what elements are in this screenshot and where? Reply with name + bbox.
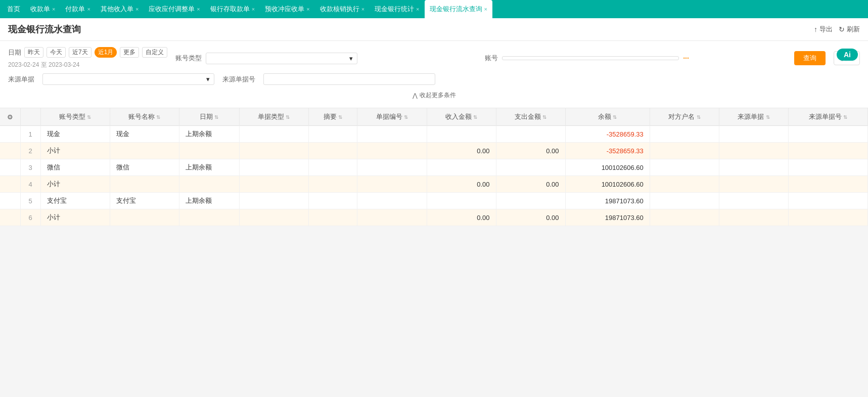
date-btn-more[interactable]: 更多 — [120, 47, 139, 58]
date-btn-custom[interactable]: 自定义 — [142, 47, 167, 58]
refresh-icon: ↻ — [839, 25, 845, 33]
account-more-button[interactable]: ··· — [683, 54, 689, 62]
date-btn-today[interactable]: 今天 — [47, 47, 66, 58]
row-gear[interactable] — [0, 126, 20, 143]
col-expense[interactable]: 支出金额 ⇅ — [496, 108, 565, 126]
nav-tab-ar-ap-adjust[interactable]: 应收应付调整单 × — [144, 0, 205, 18]
top-navigation: 首页 收款单 × 付款单 × 其他收入单 × 应收应付调整单 × 银行存取款单 … — [0, 0, 868, 18]
col-summary[interactable]: 摘要 ⇅ — [308, 108, 357, 126]
row-balance: 19871073.60 — [565, 193, 650, 209]
page-header: 现金银行流水查询 ↑ 导出 ↻ 刷新 — [0, 18, 868, 41]
row-source-doc — [719, 126, 788, 143]
nav-tab-bank-deposit-close[interactable]: × — [252, 6, 255, 12]
row-number: 6 — [20, 209, 40, 226]
col-gear[interactable]: ⚙ — [0, 108, 20, 126]
nav-tab-cash-bank-stats-label: 现金银行统计 — [375, 5, 414, 14]
export-icon: ↑ — [814, 25, 817, 33]
nav-tab-collection-verify-label: 收款核销执行 — [320, 5, 359, 14]
row-date — [179, 209, 239, 226]
account-type-select[interactable]: ▾ — [206, 53, 357, 64]
col-income[interactable]: 收入金额 ⇅ — [427, 108, 496, 126]
row-gear[interactable] — [0, 176, 20, 193]
row-summary — [308, 209, 357, 226]
account-select[interactable] — [502, 56, 679, 60]
nav-tab-receipt-close[interactable]: × — [52, 6, 55, 12]
row-account-name — [110, 143, 179, 159]
nav-tab-cash-bank-flow-close[interactable]: × — [484, 6, 487, 12]
col-source-doc[interactable]: 来源单据 ⇅ — [719, 108, 788, 126]
col-date[interactable]: 日期 ⇅ — [179, 108, 239, 126]
nav-tab-bank-deposit-label: 银行存取款单 — [210, 5, 250, 14]
col-account-name[interactable]: 账号名称 ⇅ — [110, 108, 179, 126]
nav-tab-receipt[interactable]: 收款单 × — [25, 0, 60, 18]
refresh-button[interactable]: ↻ 刷新 — [839, 25, 860, 34]
nav-tab-cash-bank-stats-close[interactable]: × — [416, 6, 419, 12]
table-row[interactable]: 1 现金 现金 上期余额 -3528659.33 — [0, 126, 868, 143]
col-balance[interactable]: 余额 ⇅ — [565, 108, 650, 126]
nav-tab-collection-verify[interactable]: 收款核销执行 × — [315, 0, 370, 18]
row-number: 4 — [20, 176, 40, 193]
row-expense — [496, 159, 565, 176]
col-doc-type[interactable]: 单据类型 ⇅ — [239, 108, 308, 126]
col-account-type[interactable]: 账号类型 ⇅ — [40, 108, 110, 126]
row-balance: 100102606.60 — [565, 159, 650, 176]
row-date: 上期余额 — [179, 126, 239, 143]
row-account-type: 小计 — [40, 209, 110, 226]
ai-button[interactable]: Ai — [837, 49, 858, 61]
row-counterpart — [650, 209, 719, 226]
table-row[interactable]: 5 支付宝 支付宝 上期余额 19871073.60 — [0, 193, 868, 209]
row-summary — [308, 126, 357, 143]
row-gear[interactable] — [0, 143, 20, 159]
collapse-more-conditions[interactable]: ⋀ 收起更多条件 — [8, 89, 860, 102]
doc-type-sort-icon: ⇅ — [286, 114, 290, 120]
row-source-doc — [719, 176, 788, 193]
nav-tab-payment[interactable]: 付款单 × — [60, 0, 95, 18]
source-doc-chevron-icon: ▾ — [206, 75, 210, 83]
source-doc-label: 来源单据 — [8, 75, 34, 84]
nav-tab-collection-verify-close[interactable]: × — [361, 6, 364, 12]
source-doc-no-input[interactable] — [263, 73, 435, 85]
date-btn-1month[interactable]: 近1月 — [95, 47, 117, 58]
date-btn-yesterday[interactable]: 昨天 — [24, 47, 43, 58]
table-row[interactable]: 3 微信 微信 上期余额 100102606.60 — [0, 159, 868, 176]
nav-tab-advance-offset[interactable]: 预收冲应收单 × — [260, 0, 314, 18]
row-account-name: 支付宝 — [110, 193, 179, 209]
nav-tab-payment-close[interactable]: × — [87, 6, 90, 12]
nav-tab-other-income[interactable]: 其他收入单 × — [96, 0, 144, 18]
row-doc-no — [357, 193, 427, 209]
row-doc-no — [357, 126, 427, 143]
table-row[interactable]: 2 小计 0.00 0.00 -3528659.33 — [0, 143, 868, 159]
row-doc-type — [239, 176, 308, 193]
col-source-doc-no[interactable]: 来源单据号 ⇅ — [788, 108, 867, 126]
nav-tab-cash-bank-stats[interactable]: 现金银行统计 × — [370, 0, 424, 18]
row-number: 5 — [20, 193, 40, 209]
data-table-container: ⚙ 账号类型 ⇅ 账号名称 ⇅ 日期 ⇅ 单据类型 ⇅ — [0, 108, 868, 226]
row-source-doc-no — [788, 126, 867, 143]
row-gear[interactable] — [0, 193, 20, 209]
nav-tab-home[interactable]: 首页 — [2, 0, 25, 18]
nav-tab-advance-offset-close[interactable]: × — [306, 6, 309, 12]
table-row[interactable]: 6 小计 0.00 0.00 19871073.60 — [0, 209, 868, 226]
export-button[interactable]: ↑ 导出 — [814, 25, 833, 34]
col-counterpart[interactable]: 对方户名 ⇅ — [650, 108, 719, 126]
nav-tab-ar-ap-adjust-close[interactable]: × — [197, 6, 200, 12]
date-btn-7days[interactable]: 近7天 — [69, 47, 92, 58]
col-doc-no[interactable]: 单据编号 ⇅ — [357, 108, 427, 126]
collapse-icon: ⋀ — [413, 92, 418, 99]
row-gear[interactable] — [0, 159, 20, 176]
row-expense: 0.00 — [496, 176, 565, 193]
query-button[interactable]: 查询 — [794, 51, 826, 65]
row-gear[interactable] — [0, 209, 20, 226]
row-income: 0.00 — [427, 209, 496, 226]
nav-tab-bank-deposit[interactable]: 银行存取款单 × — [205, 0, 260, 18]
table-header: ⚙ 账号类型 ⇅ 账号名称 ⇅ 日期 ⇅ 单据类型 ⇅ — [0, 108, 868, 126]
source-doc-select[interactable]: ▾ — [42, 73, 214, 85]
nav-tab-cash-bank-flow[interactable]: 现金银行流水查询 × — [425, 0, 492, 18]
account-name-sort-icon: ⇅ — [156, 114, 160, 120]
date-filter-group: 日期 昨天 今天 近7天 近1月 更多 自定义 2023-02-24 至 202… — [8, 47, 167, 69]
row-account-name: 微信 — [110, 159, 179, 176]
row-counterpart — [650, 126, 719, 143]
table-row[interactable]: 4 小计 0.00 0.00 100102606.60 — [0, 176, 868, 193]
nav-tab-other-income-close[interactable]: × — [135, 6, 139, 12]
row-summary — [308, 159, 357, 176]
